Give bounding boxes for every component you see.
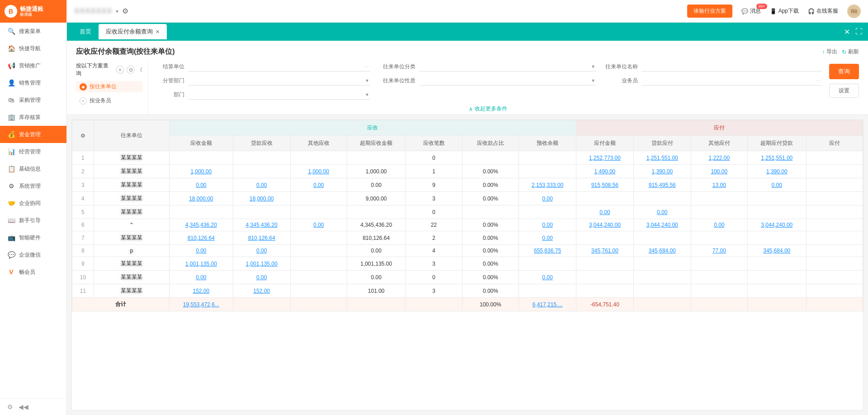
tab-home[interactable]: 首页 — [72, 24, 99, 39]
page-actions: ↑ 导出 ↻ 刷新 — [822, 48, 859, 56]
filter-item-settlement: 结算单位 ··· — [154, 62, 370, 72]
filter-input-dept[interactable]: ▾ — [188, 90, 370, 100]
basic-icon: 📋 — [7, 165, 15, 173]
tab-close-icon[interactable]: ✕ — [156, 29, 160, 35]
filter-input-settlement[interactable]: ··· — [188, 62, 370, 72]
content-area: 应收应付余额查询(按往来单位) ↑ 导出 ↻ 刷新 按 — [67, 41, 868, 415]
sidebar-item-quicknav[interactable]: 🏠 快捷导航 — [0, 40, 66, 57]
sidebar-item-guide[interactable]: 📖 新手引导 — [0, 212, 66, 229]
sidebar-item-hardware[interactable]: 📺 智能硬件 — [0, 229, 66, 246]
filter-collapse-btn[interactable]: ∧ 收起更多条件 — [154, 103, 822, 114]
sidebar-bottom: ⚙ ◀◀ — [0, 398, 66, 415]
page-title-row: 应收应付余额查询(按往来单位) ↑ 导出 ↻ 刷新 — [76, 47, 859, 57]
purchase-icon: 🛍 — [7, 96, 15, 104]
filter-settings-icon[interactable]: ⊙ — [127, 66, 135, 74]
company-cell: 某某某某 — [94, 192, 169, 205]
sidebar-item-member[interactable]: V 畅会员 — [0, 263, 66, 281]
filter-grid: 结算单位 ··· 往来单位分类 ▾ — [154, 62, 822, 100]
schema-item-by-unit[interactable]: ◉ 按往来单位 — [76, 81, 142, 92]
inventory-icon: 🏢 — [7, 113, 15, 121]
footer-ar-advance[interactable]: 6,417,215.... — [519, 298, 576, 311]
sidebar-item-operations[interactable]: 📊 经营管理 — [0, 143, 66, 160]
promo-button[interactable]: 体验行业方案 — [687, 5, 732, 18]
footer-ar-loan — [233, 298, 290, 311]
schema-inactive-icon: ○ — [80, 97, 87, 105]
collapse-sidebar-icon[interactable]: ◀◀ — [19, 403, 28, 410]
search-icon: 🔍 — [7, 27, 15, 35]
tab-close-window-icon[interactable]: ✕ — [844, 28, 850, 36]
filter-label-dept: 部门 — [154, 91, 184, 99]
th-ar-amount: 应收金额 — [169, 136, 233, 151]
tab-bar: 首页 应收应付余额查询 ✕ ✕ ⛶ — [67, 23, 868, 41]
filter-add-icon[interactable]: + — [116, 66, 124, 74]
chevron-down-icon2: ▾ — [366, 77, 368, 84]
collapse-icon: ∧ — [469, 106, 473, 112]
filter-input-unit-category[interactable]: ▾ — [419, 62, 596, 72]
message-button[interactable]: 💬 消息 99+ — [741, 7, 761, 15]
sidebar-item-sales[interactable]: 👤 销售管理 — [0, 74, 66, 91]
sidebar-item-enterprise[interactable]: 🤝 企业协同 — [0, 195, 66, 212]
filter-input-unit-name[interactable] — [642, 62, 822, 72]
filter-collapse-left-icon[interactable]: 《 — [137, 67, 142, 73]
settings-bottom-icon[interactable]: ⚙ — [7, 403, 13, 410]
service-button[interactable]: 🎧 在线客服 — [808, 7, 838, 15]
sidebar-item-basic[interactable]: 📋 基础信息 — [0, 160, 66, 177]
schema-active-icon: ◉ — [80, 83, 87, 91]
header-gear-icon[interactable]: ⚙ — [122, 7, 128, 15]
sidebar-item-finance[interactable]: 💰 资金管理 — [0, 126, 66, 143]
sidebar-item-wechat[interactable]: 💬 企业微信 — [0, 246, 66, 263]
table-row: 6⌃4,345,436.204,345,436.200.004,345,436.… — [72, 219, 863, 231]
top-header: 某某某某某某某 ▾ ⚙ 体验行业方案 💬 消息 99+ 📱 App下载 🎧 在线… — [67, 0, 868, 23]
row-num: 11 — [72, 284, 94, 298]
set-button[interactable]: 设置 — [829, 84, 859, 98]
company-cell: 某某某某 — [94, 271, 169, 284]
sidebar: B 畅捷通账 标准版 🔍 搜索菜单 🏠 快捷导航 📢 营销推广 👤 销售管理 🛍… — [0, 0, 67, 415]
table-row: 10某某某某0.000.000.0000.00%0.00 — [72, 271, 863, 284]
sidebar-item-inventory[interactable]: 🏢 库存核算 — [0, 109, 66, 126]
footer-ar-other — [290, 298, 347, 311]
filter-input-dept-manage[interactable]: ▾ — [188, 76, 370, 86]
tab-home-label: 首页 — [80, 28, 91, 36]
footer-ap-amount: -654,751.40 — [576, 298, 633, 311]
app-icon: 📱 — [770, 8, 777, 14]
th-ap-amount: 应付金额 — [576, 136, 633, 151]
guide-icon: 📖 — [7, 216, 15, 224]
query-button[interactable]: 查询 — [829, 64, 859, 79]
filter-item-dept: 部门 ▾ — [154, 90, 370, 100]
filter-input-unit-nature[interactable]: ▾ — [419, 76, 596, 86]
sidebar-item-marketing[interactable]: 📢 营销推广 — [0, 57, 66, 74]
filter-item-unit-name: 往来单位名称 — [605, 62, 822, 72]
wechat-icon: 💬 — [7, 251, 15, 259]
sidebar-logo: B 畅捷通账 标准版 — [0, 0, 66, 23]
refresh-button[interactable]: ↻ 刷新 — [842, 48, 859, 56]
th-ar-loan: 贷款应收 — [233, 136, 290, 151]
sidebar-item-search[interactable]: 🔍 搜索菜单 — [0, 23, 66, 40]
tab-maximize-icon[interactable]: ⛶ — [855, 28, 863, 36]
marketing-icon: 📢 — [7, 62, 15, 70]
sidebar-item-purchase[interactable]: 🛍 采购管理 — [0, 91, 66, 109]
service-icon: 🎧 — [808, 8, 815, 14]
user-avatar[interactable]: Rit — [847, 5, 861, 18]
schema-item-by-staff[interactable]: ○ 按业务员 — [76, 95, 142, 106]
app-download-button[interactable]: 📱 App下载 — [770, 7, 799, 15]
filter-section-header: 按以下方案查询 + ⊙ 《 — [76, 62, 142, 77]
refresh-icon: ↻ — [842, 49, 846, 55]
export-icon: ↑ — [822, 49, 825, 55]
logo-sub: 标准版 — [20, 12, 43, 17]
footer-ar-amount[interactable]: 19,553,472,6... — [169, 298, 233, 311]
company-cell: p — [94, 245, 169, 257]
export-button[interactable]: ↑ 导出 — [822, 48, 837, 56]
footer-ap-extra — [806, 298, 863, 311]
chevron-down-icon4: ▾ — [366, 91, 368, 98]
table-settings-header[interactable]: ⚙ — [72, 120, 94, 151]
company-cell: ⌃ — [94, 219, 169, 231]
main-area: 某某某某某某某 ▾ ⚙ 体验行业方案 💬 消息 99+ 📱 App下载 🎧 在线… — [67, 0, 868, 415]
data-table-container: ⚙ 往来单位 应收 应付 应收金额 贷款应收 其他应收 超期应收金额 应收笔数 … — [71, 119, 863, 410]
footer-ap-overdue — [748, 298, 807, 311]
breadcrumb-area: 某某某某某某某 ▾ ⚙ — [74, 7, 682, 15]
sidebar-item-system[interactable]: ⚙ 系统管理 — [0, 177, 66, 195]
filter-input-salesman[interactable]: ··· — [642, 76, 822, 86]
footer-ar-overdue — [347, 298, 406, 311]
chevron-down-icon3: ▾ — [592, 77, 594, 84]
tab-query[interactable]: 应收应付余额查询 ✕ — [99, 24, 167, 39]
